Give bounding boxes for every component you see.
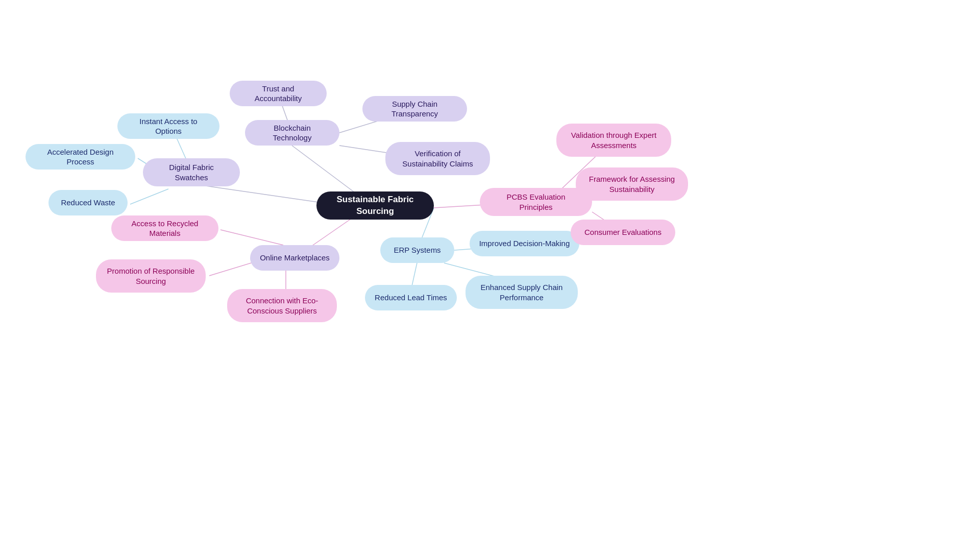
access-recycled-node: Access to Recycled Materials	[111, 215, 218, 241]
trust-node: Trust and Accountability	[230, 81, 327, 106]
svg-line-11	[220, 230, 283, 245]
connection-node: Connection with Eco-Conscious Suppliers	[227, 289, 337, 322]
digital-fabric-node: Digital Fabric Swatches	[143, 158, 240, 186]
instant-access-node: Instant Access to Options	[117, 113, 219, 139]
enhanced-supply-node: Enhanced Supply Chain Performance	[465, 276, 578, 309]
pcbs-node: PCBS Evaluation Principles	[480, 188, 592, 216]
center-node: Sustainable Fabric Sourcing	[316, 191, 434, 220]
framework-node: Framework for Assessing Sustainability	[576, 167, 688, 201]
erp-systems-node: ERP Systems	[380, 237, 454, 263]
svg-line-10	[130, 189, 168, 204]
accelerated-design-node: Accelerated Design Process	[26, 144, 135, 170]
validation-node: Validation through Expert Assessments	[556, 124, 671, 157]
improved-decision-node: Improved Decision-Making	[470, 231, 579, 256]
online-marketplaces-node: Online Marketplaces	[250, 245, 339, 271]
reduced-waste-node: Reduced Waste	[48, 190, 128, 215]
svg-line-14	[412, 263, 417, 286]
verification-node: Verification of Sustainability Claims	[385, 142, 490, 175]
supply-chain-transparency-node: Supply Chain Transparency	[362, 96, 467, 122]
reduced-lead-node: Reduced Lead Times	[365, 285, 457, 310]
consumer-node: Consumer Evaluations	[571, 220, 675, 245]
blockchain-node: Blockchain Technology	[245, 120, 339, 146]
promotion-node: Promotion of Responsible Sourcing	[96, 259, 206, 293]
